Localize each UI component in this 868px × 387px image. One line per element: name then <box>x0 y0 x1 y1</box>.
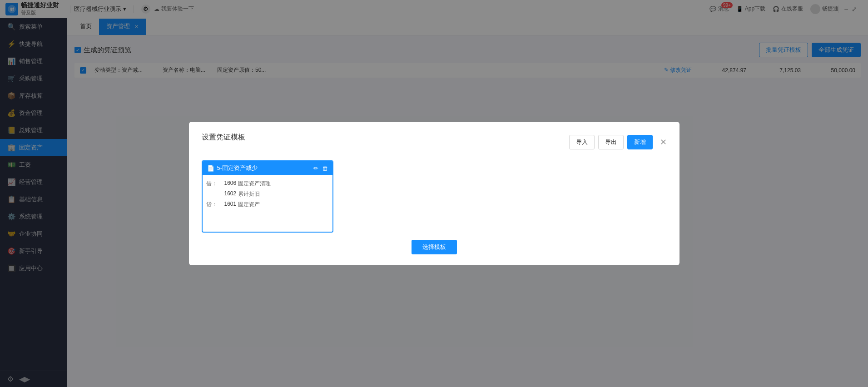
entry-code-1: 1602 <box>224 190 237 198</box>
template-delete-icon[interactable]: 🗑 <box>322 165 328 172</box>
dialog-header-actions: 导入 导出 新增 ✕ <box>569 135 667 149</box>
template-entry-empty-2 <box>206 219 329 228</box>
modal-inner: 设置凭证模板 导入 导出 新增 ✕ 📄 5-固定资产减少 <box>189 122 680 265</box>
set-template-dialog: 设置凭证模板 导入 导出 新增 ✕ 📄 5-固定资产减少 <box>189 122 680 265</box>
dialog-title: 设置凭证模板 <box>202 133 245 142</box>
template-entry-2: 贷： 1601 固定资产 <box>206 199 329 210</box>
select-template-button[interactable]: 选择模板 <box>412 240 457 254</box>
entry-direction-0: 借： <box>206 180 224 188</box>
template-entry-empty-1 <box>206 210 329 219</box>
export-button[interactable]: 导出 <box>598 135 624 149</box>
template-edit-icon[interactable]: ✏ <box>313 165 318 172</box>
dialog-top: 设置凭证模板 导入 导出 新增 ✕ <box>202 133 667 151</box>
template-card: 📄 5-固定资产减少 ✏ 🗑 借： 1606 固定资产清理 <box>202 160 333 233</box>
template-doc-icon: 📄 <box>207 165 214 172</box>
entry-name-0: 固定资产清理 <box>238 180 271 188</box>
entry-name-1: 累计折旧 <box>238 190 260 198</box>
modal-overlay: 设置凭证模板 导入 导出 新增 ✕ 📄 5-固定资产减少 <box>0 0 868 387</box>
entry-name-2: 固定资产 <box>238 201 260 208</box>
entry-direction-1 <box>206 190 224 198</box>
template-card-actions: ✏ 🗑 <box>313 165 328 172</box>
template-card-header-left: 📄 5-固定资产减少 <box>207 164 258 172</box>
dialog-close-button[interactable]: ✕ <box>660 137 667 147</box>
template-entry-0: 借： 1606 固定资产清理 <box>206 179 329 189</box>
template-id: 5 <box>217 164 220 171</box>
import-button[interactable]: 导入 <box>569 135 595 149</box>
select-template-area: 选择模板 <box>202 240 667 254</box>
template-entry-1: 1602 累计折旧 <box>206 189 329 199</box>
template-card-body: 借： 1606 固定资产清理 1602 累计折旧 贷： 1601 固定资产 <box>203 175 332 232</box>
template-name-text: 固定资产减少 <box>222 164 258 171</box>
template-name: 5-固定资产减少 <box>217 164 258 172</box>
entry-code-0: 1606 <box>224 180 237 188</box>
template-card-header: 📄 5-固定资产减少 ✏ 🗑 <box>203 161 332 175</box>
entry-code-2: 1601 <box>224 201 237 208</box>
entry-direction-2: 贷： <box>206 201 224 208</box>
new-button[interactable]: 新增 <box>627 135 653 149</box>
